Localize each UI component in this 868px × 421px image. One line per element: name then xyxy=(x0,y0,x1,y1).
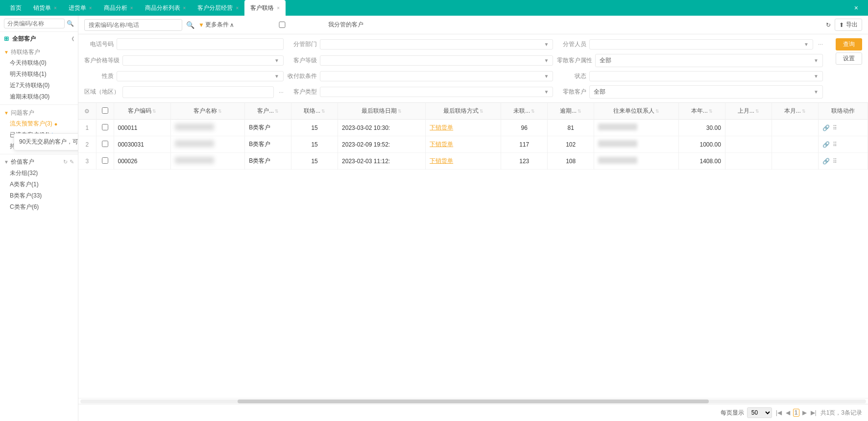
col-last-contact-date[interactable]: 最后联络日期⇅ xyxy=(338,103,426,120)
row-2-action-more-icon[interactable]: ⠿ xyxy=(833,141,837,148)
row-2-checkbox[interactable] xyxy=(102,141,108,147)
tab-purchase[interactable]: 进货单 × xyxy=(63,0,98,16)
dept-select[interactable]: ▼ xyxy=(320,39,554,50)
sidebar-all-customers[interactable]: ⊞ 全部客户 《 xyxy=(0,32,78,46)
window-close-button[interactable]: × xyxy=(848,4,864,12)
person-dots[interactable]: ··· xyxy=(818,41,823,48)
sidebar-item-tomorrow[interactable]: 明天待联络(1) xyxy=(0,69,78,80)
next-page-icon[interactable]: ▶ xyxy=(801,409,808,416)
sidebar-item-overdue[interactable]: 逾期未联络(30) xyxy=(0,91,78,102)
status-select[interactable]: ▼ xyxy=(589,71,823,81)
row-checkbox-1[interactable] xyxy=(96,120,114,136)
customer-type-select[interactable]: ▼ xyxy=(320,87,554,97)
retail-customer-select[interactable]: 全部 ▼ xyxy=(589,85,823,99)
sidebar-item-b-class[interactable]: B类客户(33) xyxy=(0,190,78,201)
col-contact-person[interactable]: 往来单位联系人⇅ xyxy=(594,103,679,120)
col-customer-code[interactable]: 客户编码⇅ xyxy=(114,103,171,120)
person-select[interactable]: ▼ xyxy=(589,39,813,50)
row-3-contact-num: 15 xyxy=(291,153,338,170)
sidebar-item-ungrouped[interactable]: 未分组(32) xyxy=(0,168,78,179)
prev-page-icon[interactable]: ◀ xyxy=(785,409,791,416)
col-customer-type[interactable]: 客户...⇅ xyxy=(245,103,291,120)
value-edit-icon[interactable]: ✎ xyxy=(70,159,74,165)
tab-home[interactable]: 首页 xyxy=(4,0,27,16)
tab-analysis[interactable]: 商品分析 × xyxy=(98,0,139,16)
price-level-select[interactable]: ▼ xyxy=(122,55,284,66)
scrollbar-track[interactable] xyxy=(80,399,866,403)
main-search-icon[interactable]: 🔍 xyxy=(186,21,194,29)
tab-sales[interactable]: 销货单 × xyxy=(27,0,63,16)
filter-arrow-icon: ∧ xyxy=(230,22,234,28)
customer-level-select[interactable]: ▼ xyxy=(320,55,554,66)
col-last-contact-method[interactable]: 最后联络方式⇅ xyxy=(426,103,501,120)
scrollbar-thumb[interactable] xyxy=(238,399,709,403)
tab-customer-contact-close[interactable]: × xyxy=(277,5,280,11)
payment-select[interactable]: ▼ xyxy=(320,71,554,81)
sidebar-search-input[interactable] xyxy=(4,19,65,28)
value-refresh-icon[interactable]: ↻ xyxy=(63,159,68,165)
tab-purchase-close[interactable]: × xyxy=(89,5,92,11)
tab-customer-segment-close[interactable]: × xyxy=(236,5,239,11)
table-gear-header[interactable]: ⚙ xyxy=(78,103,96,120)
refresh-icon[interactable]: ↻ xyxy=(826,22,831,28)
sidebar-item-week[interactable]: 近7天待联络(0) xyxy=(0,80,78,91)
tab-sales-close[interactable]: × xyxy=(54,5,57,11)
sidebar-group-problem[interactable]: ▼ 问题客户 xyxy=(0,107,78,118)
sidebar-group-pending[interactable]: ▼ 待联络客户 xyxy=(0,46,78,57)
row-1-action-more-icon[interactable]: ⠿ xyxy=(833,124,837,131)
region-dots[interactable]: ··· xyxy=(279,89,284,96)
more-filter-button[interactable]: ▼ 更多条件 ∧ xyxy=(198,21,234,29)
tab-customer-contact[interactable]: 客户联络 × xyxy=(244,0,286,16)
row-3-action-more-icon[interactable]: ⠿ xyxy=(833,158,837,165)
sidebar-item-today[interactable]: 今天待联络(0) xyxy=(0,57,78,69)
row-1-last-method[interactable]: 下销货单 xyxy=(426,120,501,136)
last-page-icon[interactable]: ▶| xyxy=(810,409,818,416)
row-1-action-link-icon[interactable]: 🔗 xyxy=(822,124,830,131)
row-3-checkbox[interactable] xyxy=(102,157,108,164)
sidebar-item-a-class[interactable]: A类客户(1) xyxy=(0,179,78,190)
sidebar-item-c-class[interactable]: C类客户(6) xyxy=(0,201,78,213)
sidebar-item-churn-warning[interactable]: 流失预警客户(3) ● xyxy=(0,118,78,129)
sidebar-group-value[interactable]: ▼ 价值客户 ↻ ✎ xyxy=(0,156,78,168)
col-customer-name[interactable]: 客户名称⇅ xyxy=(171,103,245,120)
col-un-contact[interactable]: 未联...⇅ xyxy=(501,103,548,120)
col-contact-num[interactable]: 联络...⇅ xyxy=(291,103,338,120)
export-button[interactable]: ⬆ 导出 xyxy=(835,19,862,31)
col-last-month[interactable]: 上月...⇅ xyxy=(725,103,772,120)
phone-input[interactable] xyxy=(117,38,284,50)
row-3-this-month xyxy=(772,153,818,170)
sidebar-search-icon[interactable]: 🔍 xyxy=(67,20,74,27)
row-1-un-contact: 96 xyxy=(501,120,548,136)
horizontal-scrollbar[interactable] xyxy=(78,398,868,404)
col-this-year[interactable]: 本年...⇅ xyxy=(678,103,725,120)
row-checkbox-3[interactable] xyxy=(96,153,114,170)
row-2-action-link-icon[interactable]: 🔗 xyxy=(822,141,830,148)
sidebar-collapse-icon[interactable]: 《 xyxy=(69,36,74,43)
my-customers-checkbox[interactable] xyxy=(238,22,326,28)
tab-customer-segment[interactable]: 客户分层经营 × xyxy=(192,0,244,16)
tab-analysis-close[interactable]: × xyxy=(130,5,133,11)
per-page-select[interactable]: 50 100 200 xyxy=(747,407,772,418)
filter-payment: 收付款条件 ▼ xyxy=(288,71,554,81)
table-select-all-checkbox[interactable] xyxy=(102,107,108,114)
row-2-last-method[interactable]: 下销货单 xyxy=(426,136,501,153)
tab-analysis-list[interactable]: 商品分析列表 × xyxy=(139,0,192,16)
row-1-checkbox[interactable] xyxy=(102,124,108,130)
row-3-last-method[interactable]: 下销货单 xyxy=(426,153,501,170)
row-3-action-link-icon[interactable]: 🔗 xyxy=(822,158,830,165)
nature-select[interactable]: ▼ xyxy=(117,71,284,81)
col-this-month[interactable]: 本月...⇅ xyxy=(772,103,818,120)
main-search-input[interactable] xyxy=(84,19,182,31)
retail-attr-select[interactable]: 全部 ▼ xyxy=(595,54,823,67)
first-page-icon[interactable]: |◀ xyxy=(775,409,783,416)
filter-row-2: 客户价格等级 ▼ 客户等级 ▼ 零散客户属性 全部 xyxy=(84,54,862,67)
tab-analysis-list-close[interactable]: × xyxy=(183,5,186,11)
row-checkbox-2[interactable] xyxy=(96,136,114,153)
my-customers-checkbox-label[interactable]: 我分管的客户 xyxy=(238,21,363,29)
query-button[interactable]: 查询 xyxy=(836,38,862,50)
table-checkbox-header[interactable] xyxy=(96,103,114,120)
current-page[interactable]: 1 xyxy=(793,409,799,417)
region-input[interactable] xyxy=(122,86,274,98)
settings-button[interactable]: 设置 xyxy=(836,52,862,65)
col-overdue[interactable]: 逾期...⇅ xyxy=(548,103,594,120)
